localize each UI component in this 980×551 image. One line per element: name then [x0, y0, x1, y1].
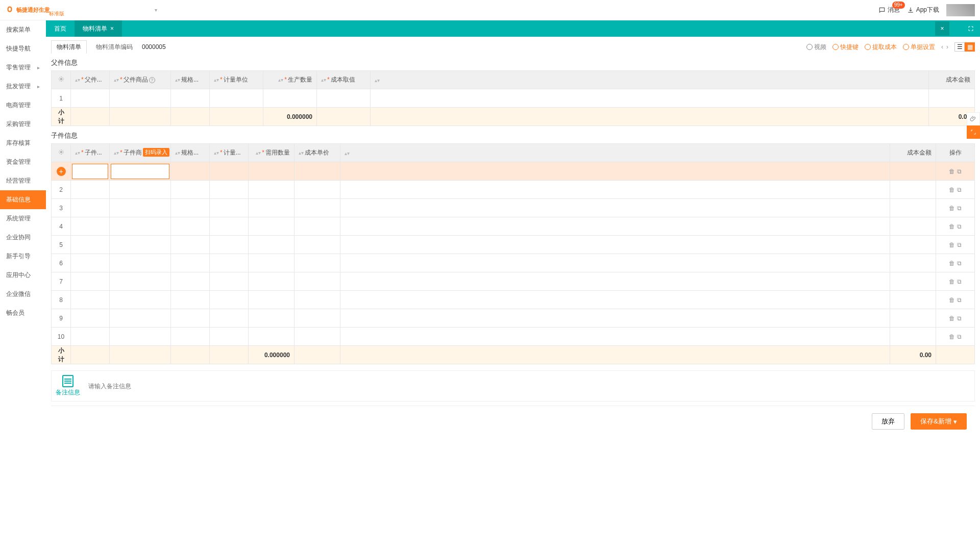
table-row[interactable]: 8🗑⧉ [52, 291, 975, 309]
sidebar-item[interactable]: 电商管理 [0, 96, 46, 115]
copy-row-button[interactable]: ⧉ [957, 186, 962, 193]
sidebar-item[interactable]: 搜索菜单 [0, 20, 46, 39]
copy-row-button[interactable]: ⧉ [957, 315, 962, 322]
col-child-sku[interactable]: ▴▾*子件... [71, 144, 110, 162]
remark-label: 备注信息 [56, 388, 80, 397]
delete-row-button[interactable]: 🗑 [949, 296, 955, 304]
table-row[interactable]: 7🗑⧉ [52, 272, 975, 291]
prev-record-button[interactable] [941, 43, 943, 51]
remark-input[interactable] [88, 383, 970, 390]
column-settings-button[interactable] [52, 71, 71, 89]
discard-button[interactable]: 放弃 [872, 413, 904, 430]
sidebar-item[interactable]: 企业协同 [0, 228, 46, 247]
sort-icon: ▴▾ [175, 79, 180, 81]
messages-button[interactable]: 消息 99+ [878, 6, 900, 14]
col-unit[interactable]: ▴▾*计量... [210, 144, 249, 162]
fullscreen-button[interactable] [964, 21, 978, 36]
sidebar-item[interactable]: 企业微信 [0, 285, 46, 304]
copy-row-button[interactable]: ⧉ [957, 223, 962, 230]
download-icon [907, 7, 914, 14]
col-cost-fetch[interactable]: ▴▾*成本取值 [317, 71, 371, 89]
tab-home[interactable]: 首页 [46, 20, 75, 37]
copy-row-button[interactable]: ⧉ [957, 333, 962, 340]
sidebar-item[interactable]: 资金管理 [0, 153, 46, 171]
table-row[interactable]: 9🗑⧉ [52, 309, 975, 328]
sidebar-item[interactable]: 系统管理 [0, 209, 46, 228]
copy-row-button[interactable]: ⧉ [957, 296, 962, 304]
subtotal-qty: 0.000000 [249, 346, 295, 364]
copy-row-button[interactable]: ⧉ [957, 278, 962, 285]
delete-row-button[interactable]: 🗑 [949, 168, 955, 175]
col-unit-cost[interactable]: ▴▾成本单价 [295, 144, 340, 162]
view-list-button[interactable]: ☰ [954, 42, 965, 52]
app-download-button[interactable]: App下载 [907, 6, 939, 14]
attachment-button[interactable] [967, 112, 980, 126]
view-form-button[interactable]: ▦ [965, 42, 975, 52]
delete-row-button[interactable]: 🗑 [949, 333, 955, 340]
sidebar-item[interactable]: 畅会员 [0, 304, 46, 322]
save-and-new-button[interactable]: 保存&新增 ▾ [911, 413, 967, 430]
sidebar-item[interactable]: 零售管理 [0, 58, 46, 77]
close-icon[interactable] [110, 20, 114, 37]
sort-icon: ▴▾ [345, 152, 350, 155]
sidebar-item[interactable]: 采购管理 [0, 115, 46, 134]
delete-row-button[interactable]: 🗑 [949, 205, 955, 212]
table-row[interactable]: 3🗑⧉ [52, 199, 975, 217]
delete-row-button[interactable]: 🗑 [949, 278, 955, 285]
sidebar-item[interactable]: 经营管理 [0, 171, 46, 190]
edition-tag: 标准版 [49, 10, 64, 17]
col-parent-sku[interactable]: ▴▾*父件... [71, 71, 110, 89]
shortcut-link[interactable]: 快捷键 [832, 43, 859, 52]
copy-row-button[interactable]: ⧉ [957, 260, 962, 267]
add-row-button[interactable]: + [57, 167, 66, 176]
col-unit[interactable]: ▴▾*计量单位 [210, 71, 263, 89]
child-product-input[interactable] [111, 164, 169, 179]
col-cost-amount[interactable]: 成本金额 [929, 71, 975, 89]
org-dropdown[interactable] [85, 4, 161, 16]
video-link[interactable]: 视频 [806, 43, 826, 52]
col-need-qty[interactable]: ▴▾*需用数量 [249, 144, 295, 162]
scan-input-tag[interactable]: 扫码录入 [143, 148, 169, 157]
sidebar-item[interactable]: 基础信息 [0, 190, 46, 209]
extract-cost-link[interactable]: 提取成本 [865, 43, 897, 52]
note-icon [62, 375, 74, 387]
copy-row-button[interactable]: ⧉ [957, 168, 962, 175]
help-icon[interactable]: ? [149, 77, 155, 83]
col-spacer: ▴▾ [340, 144, 890, 162]
table-row[interactable]: 2🗑⧉ [52, 181, 975, 199]
expand-panel-button[interactable] [967, 126, 980, 139]
col-qty[interactable]: ▴▾*生产数量 [263, 71, 317, 89]
col-cost-amount[interactable]: 成本金额 [890, 144, 936, 162]
copy-row-button[interactable]: ⧉ [957, 241, 962, 248]
delete-row-button[interactable]: 🗑 [949, 186, 955, 193]
table-row[interactable]: 4🗑⧉ [52, 217, 975, 236]
col-spec[interactable]: ▴▾规格... [171, 144, 210, 162]
sidebar-item[interactable]: 新手引导 [0, 247, 46, 266]
col-spec[interactable]: ▴▾规格... [171, 71, 210, 89]
column-settings-button[interactable] [52, 144, 71, 162]
col-parent-product[interactable]: ▴▾*父件商品? [110, 71, 171, 89]
delete-row-button[interactable]: 🗑 [949, 241, 955, 248]
table-row[interactable]: 1 [52, 89, 975, 108]
sidebar-item[interactable]: 快捷导航 [0, 39, 46, 58]
sidebar-item[interactable]: 库存核算 [0, 134, 46, 153]
table-row[interactable]: 5🗑⧉ [52, 236, 975, 254]
table-row[interactable]: +🗑⧉ [52, 162, 975, 181]
col-child-product[interactable]: ▴▾*子件商扫码录入 [110, 144, 171, 162]
sidebar-item[interactable]: 批发管理 [0, 77, 46, 96]
sidebar-item[interactable]: 应用中心 [0, 266, 46, 285]
child-sku-input[interactable] [72, 164, 108, 179]
delete-row-button[interactable]: 🗑 [949, 260, 955, 267]
avatar[interactable] [946, 4, 975, 16]
tabbar-close-button[interactable] [935, 21, 949, 36]
delete-row-button[interactable]: 🗑 [949, 223, 955, 230]
tab-bom[interactable]: 物料清单 [75, 20, 122, 37]
doc-settings-link[interactable]: 单据设置 [903, 43, 935, 52]
next-record-button[interactable] [946, 43, 948, 51]
copy-row-button[interactable]: ⧉ [957, 205, 962, 212]
sub-tab-bom[interactable]: 物料清单 [51, 40, 87, 54]
table-row[interactable]: 6🗑⧉ [52, 254, 975, 272]
delete-row-button[interactable]: 🗑 [949, 315, 955, 322]
table-row[interactable]: 10🗑⧉ [52, 328, 975, 346]
remark-section: 备注信息 [51, 370, 975, 402]
